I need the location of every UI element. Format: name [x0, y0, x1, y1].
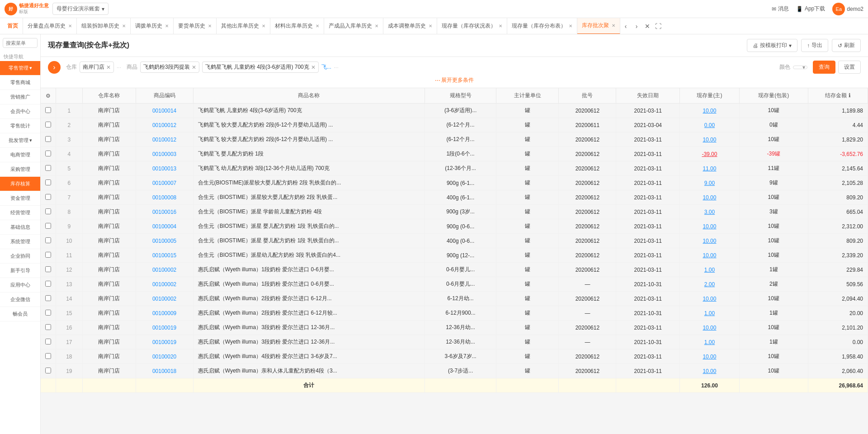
td-check[interactable]	[41, 349, 56, 364]
sidebar-item-zero-manage[interactable]: 零售管理 ▾	[0, 61, 40, 75]
td-check[interactable]	[41, 132, 56, 147]
sidebar-item-enterprise-wechat[interactable]: 企业微信	[0, 292, 40, 307]
tab-zu-zhuang[interactable]: 组装拆卸单历史 ✕	[77, 18, 131, 34]
td-check[interactable]	[41, 161, 56, 176]
sidebar-item-inventory[interactable]: 库存核算	[0, 177, 40, 191]
tab-xianzai-ku[interactable]: 现存量（库存状况表） ✕	[437, 18, 507, 34]
tab-maximize-btn[interactable]: ⛶	[653, 18, 664, 34]
row-checkbox[interactable]	[45, 194, 51, 200]
sidebar-item-enterprise[interactable]: 企业协同	[0, 249, 40, 264]
th-settings[interactable]: ⚙	[41, 88, 56, 104]
tab-prev-btn[interactable]: ‹	[620, 18, 631, 34]
td-check[interactable]	[41, 190, 56, 205]
tab-close-icon[interactable]: ✕	[316, 24, 319, 28]
sidebar-item-zero-stat[interactable]: 零售统计	[0, 119, 40, 133]
row-checkbox[interactable]	[45, 136, 51, 142]
filter-expand-toggle[interactable]: ›	[48, 61, 61, 74]
row-checkbox[interactable]	[45, 281, 51, 287]
messages-btn[interactable]: ✉ 消息	[772, 5, 789, 13]
row-checkbox[interactable]	[45, 368, 51, 373]
row-checkbox[interactable]	[45, 310, 51, 316]
sidebar-item-guide[interactable]: 新手引导	[0, 264, 40, 278]
sidebar-item-zero-shop[interactable]: 零售商城	[0, 75, 40, 90]
sidebar-item-app-center[interactable]: 应用中心	[0, 278, 40, 292]
td-check[interactable]	[41, 321, 56, 335]
td-check[interactable]	[41, 335, 56, 349]
account-dropdown[interactable]: 母婴行业演示账套 ▾	[52, 3, 108, 15]
row-checkbox[interactable]	[45, 353, 51, 359]
tab-ku-pi[interactable]: 库存批次聚 ✕	[577, 18, 620, 34]
row-checkbox[interactable]	[45, 339, 51, 344]
product-tag-close-2[interactable]: ✕	[311, 64, 316, 71]
tab-cailiao-chu[interactable]: 材料出库单历史 ✕	[270, 18, 324, 34]
tab-close-icon[interactable]: ✕	[208, 24, 212, 28]
row-checkbox[interactable]	[45, 324, 51, 330]
sidebar-item-member[interactable]: 会员中心	[0, 104, 40, 119]
refresh-btn[interactable]: ↺ 刷新	[832, 39, 861, 52]
td-check[interactable]	[41, 364, 56, 378]
sidebar-item-member2[interactable]: 畅会员	[0, 307, 40, 321]
tab-close-icon[interactable]: ✕	[122, 24, 126, 28]
warehouse-dots[interactable]: ···	[117, 64, 121, 71]
product-tag-close-1[interactable]: ✕	[192, 64, 196, 71]
tab-close-all-btn[interactable]: ✕	[642, 18, 653, 34]
settings-btn[interactable]: 设置	[838, 61, 861, 74]
tab-close-icon[interactable]: ✕	[612, 23, 615, 28]
sidebar-item-operation[interactable]: 经营管理	[0, 206, 40, 220]
user-area[interactable]: Ea demo2	[832, 3, 863, 15]
tab-close-icon[interactable]: ✕	[569, 24, 572, 28]
row-checkbox[interactable]	[45, 237, 51, 243]
tab-close-icon[interactable]: ✕	[499, 24, 502, 28]
tab-yao-huo[interactable]: 要货单历史 ✕	[174, 18, 217, 34]
app-download-btn[interactable]: 📱 App下载	[796, 5, 825, 13]
td-check[interactable]	[41, 118, 56, 132]
tab-fen-pan[interactable]: 分量盘点单历史 ✕	[23, 18, 77, 34]
sidebar-item-system[interactable]: 系统管理	[0, 235, 40, 249]
row-checkbox[interactable]	[45, 208, 51, 214]
sidebar-item-finance[interactable]: 资金管理	[0, 191, 40, 206]
sidebar-item-ecommerce[interactable]: 电商管理	[0, 148, 40, 162]
td-check[interactable]	[41, 176, 56, 190]
sidebar-item-batch-manage[interactable]: 批发管理 ▾	[0, 133, 40, 148]
row-checkbox[interactable]	[45, 252, 51, 258]
tab-tiao-bo[interactable]: 调拨单历史 ✕	[131, 18, 174, 34]
tab-xianzai-fen[interactable]: 现存量（库存分布表） ✕	[507, 18, 577, 34]
td-check[interactable]	[41, 147, 56, 161]
row-checkbox[interactable]	[45, 179, 51, 185]
td-check[interactable]	[41, 292, 56, 306]
tab-close-icon[interactable]: ✕	[68, 24, 72, 28]
sidebar-item-purchase[interactable]: 采购管理	[0, 162, 40, 177]
td-check[interactable]	[41, 248, 56, 263]
td-check[interactable]	[41, 205, 56, 219]
export-btn[interactable]: ↑ 导出	[801, 39, 828, 52]
row-checkbox[interactable]	[45, 223, 51, 229]
tab-qita-chu[interactable]: 其他出库单历史 ✕	[217, 18, 270, 34]
row-checkbox[interactable]	[45, 266, 51, 272]
td-check[interactable]	[41, 234, 56, 248]
expand-more-btn[interactable]: ⋯ 展开更多条件	[435, 76, 474, 84]
td-check[interactable]	[41, 277, 56, 292]
td-check[interactable]	[41, 263, 56, 277]
tab-chengben-tiao[interactable]: 成本调整单历史 ✕	[383, 18, 437, 34]
tab-chancheng-ru[interactable]: 产成品入库单历史 ✕	[324, 18, 383, 34]
row-checkbox[interactable]	[45, 151, 51, 156]
row-checkbox[interactable]	[45, 165, 51, 171]
tab-home[interactable]: 首页	[3, 18, 23, 34]
tab-close-icon[interactable]: ✕	[165, 24, 169, 28]
warehouse-tag-close[interactable]: ✕	[106, 64, 111, 71]
print-btn[interactable]: 🖨 按模板打印 ▾	[747, 39, 797, 52]
query-btn[interactable]: 查询	[813, 61, 835, 74]
sidebar-item-marketing[interactable]: 营销推广	[0, 90, 40, 104]
td-check[interactable]	[41, 104, 56, 118]
tab-close-icon[interactable]: ✕	[375, 24, 378, 28]
search-input[interactable]	[3, 38, 38, 48]
sidebar-item-basic[interactable]: 基础信息	[0, 220, 40, 235]
tab-next-btn[interactable]: ›	[631, 18, 642, 34]
row-checkbox[interactable]	[45, 122, 51, 127]
td-check[interactable]	[41, 306, 56, 321]
color-dropdown[interactable]: ▾	[793, 66, 807, 69]
product-dots-btn[interactable]: ···	[334, 64, 339, 71]
row-checkbox[interactable]	[45, 295, 51, 301]
td-check[interactable]	[41, 219, 56, 234]
tab-close-icon[interactable]: ✕	[429, 24, 432, 28]
